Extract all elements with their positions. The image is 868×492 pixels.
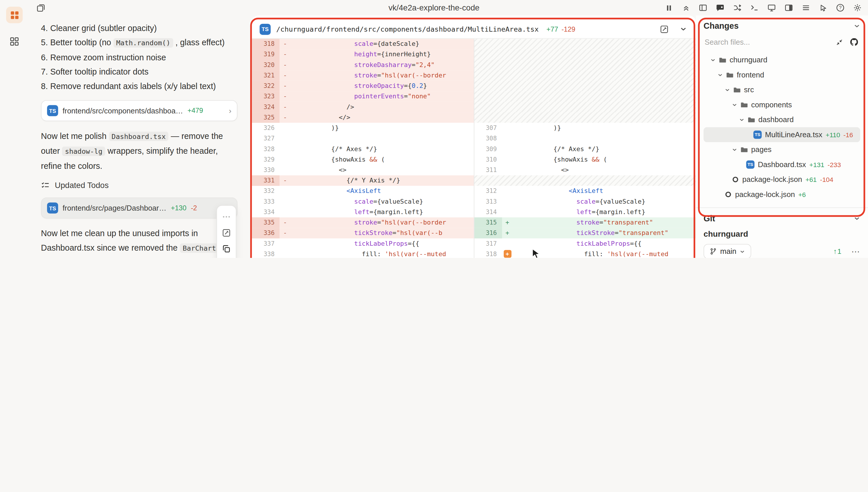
diff-code-row[interactable]: 318- scale={dateScale} <box>252 39 474 49</box>
collapse-up-icon[interactable] <box>681 3 690 13</box>
diff-code-row[interactable]: 324- /> <box>252 102 474 112</box>
tree-label: churnguard <box>729 56 767 65</box>
menu-icon[interactable] <box>801 3 811 13</box>
diff-code-row[interactable]: 318+ fill: 'hsl(var(--muted <box>474 249 696 258</box>
help-icon[interactable]: ? <box>835 3 845 13</box>
search-input[interactable] <box>705 38 834 46</box>
diff-column-new: 307 )}308309 {/* Axes */}310 {showAxis &… <box>473 39 696 258</box>
collapse-tree-icon[interactable] <box>834 37 844 47</box>
diff-sign <box>502 133 513 144</box>
ahead-count[interactable]: ↑1 <box>833 247 841 255</box>
code-text: {/* Axes */} <box>290 144 473 154</box>
tree-file-row[interactable]: package-lock.json+61-104 <box>704 172 861 187</box>
changes-section: Changes churnguardfrontendsrccomponentsd… <box>696 16 868 207</box>
folder-icon <box>734 86 741 93</box>
diff-code-row[interactable]: 319- height={innerHeight} <box>252 49 474 60</box>
diff-code-row[interactable]: 323- pointerEvents="none" <box>252 91 474 102</box>
diff-sign <box>502 123 513 133</box>
tree-folder-row[interactable]: dashboard <box>704 112 861 127</box>
tree-file-row[interactable]: TSMultiLineArea.tsx+110-16 <box>704 127 861 142</box>
settings-gear-icon[interactable] <box>852 3 862 13</box>
copy-icon[interactable] <box>218 241 235 256</box>
tree-folder-row[interactable]: pages <box>704 142 861 157</box>
diff-body: 318- scale={dateScale}319- height={inner… <box>252 39 696 258</box>
drag-handle-icon[interactable] <box>218 208 235 224</box>
diff-code-row[interactable]: 338 fill: 'hsl(var(--muted <box>252 249 474 258</box>
diff-code-row[interactable]: 333 scale={valueScale} <box>252 196 474 207</box>
folder-icon <box>741 101 748 108</box>
branch-selector[interactable]: main <box>704 244 751 258</box>
chevron-down-icon[interactable] <box>853 215 860 222</box>
diff-code-row[interactable]: 308 <box>474 133 696 144</box>
diff-code-row[interactable]: 328 {/* Axes */} <box>252 144 474 154</box>
svg-text:?: ? <box>839 5 842 10</box>
tree-file-row[interactable]: package-lock.json+6 <box>704 187 861 202</box>
line-number: 307 <box>474 123 502 133</box>
panels-stack-icon[interactable] <box>36 3 45 13</box>
terminal-icon[interactable] <box>750 3 759 13</box>
chevron-down-icon[interactable] <box>853 22 860 29</box>
tree-label: frontend <box>737 71 764 79</box>
panel-right-icon[interactable] <box>784 3 794 13</box>
diff-code-row[interactable]: 325- </> <box>252 112 474 123</box>
diff-code-row[interactable]: 313 scale={valueScale} <box>474 196 696 207</box>
diff-code-row[interactable]: 314 left={margin.left} <box>474 207 696 217</box>
diff-code-row[interactable]: 336- tickStroke="hsl(var(--b <box>252 228 474 239</box>
updated-todos-row[interactable]: Updated Todos <box>41 181 237 190</box>
diff-code-row[interactable]: 310 {showAxis && ( <box>474 154 696 165</box>
diff-code-row[interactable]: 334 left={margin.left} <box>252 207 474 217</box>
code-text: fill: 'hsl(var(--muted <box>513 249 696 258</box>
tree-folder-row[interactable]: src <box>704 82 861 97</box>
diff-code-row[interactable]: 335- stroke="hsl(var(--border <box>252 217 474 228</box>
file-diff-chip[interactable]: TS frontend/src/pages/Dashboar… +130 -2 <box>41 198 237 218</box>
tree-folder-row[interactable]: components <box>704 97 861 112</box>
diff-code-row[interactable]: 321- stroke="hsl(var(--border <box>252 70 474 81</box>
workspace-active-button[interactable] <box>6 7 23 23</box>
diff-code-row[interactable]: 330 <> <box>252 165 474 175</box>
diff-sign: - <box>280 217 290 228</box>
diff-code-row[interactable]: 307 )} <box>474 123 696 133</box>
chevron-down-icon <box>732 102 737 107</box>
ts-file-icon: TS <box>47 202 58 214</box>
chat-bubble-icon[interactable] <box>715 3 725 13</box>
share-cursor-icon[interactable] <box>818 3 828 13</box>
code-text: tickStroke="hsl(var(--b <box>290 228 473 239</box>
diff-code-row[interactable]: 311 <> <box>474 165 696 175</box>
diff-code-row[interactable]: 326 )} <box>252 123 474 133</box>
list-item: 7. Softer tooltip indicator dots <box>41 65 237 79</box>
changes-tree: churnguardfrontendsrccomponentsdashboard… <box>704 52 861 202</box>
diff-code-row[interactable]: 312 <AxisLeft <box>474 186 696 196</box>
play-icon[interactable] <box>218 257 235 258</box>
code-text: stroke="hsl(var(--border <box>290 217 473 228</box>
diff-code-row[interactable]: 317 tickLabelProps={{ <box>474 239 696 249</box>
more-options-icon[interactable]: ⋯ <box>851 246 861 256</box>
diff-code-row[interactable]: 322- strokeOpacity={0.2} <box>252 81 474 91</box>
diff-gap-row <box>474 175 696 186</box>
github-tree-icon[interactable] <box>849 37 859 47</box>
add-comment-button[interactable]: + <box>503 250 511 258</box>
tree-folder-row[interactable]: frontend <box>704 68 861 82</box>
grid-view-button[interactable] <box>6 33 23 50</box>
list-item: 8. Remove redundant axis labels (x/y lab… <box>41 79 237 94</box>
tree-file-row[interactable]: TSDashboard.tsx+131-233 <box>704 157 861 172</box>
panel-left-icon[interactable] <box>698 3 708 13</box>
line-number: 320 <box>252 60 280 70</box>
diff-code-row[interactable]: 309 {/* Axes */} <box>474 144 696 154</box>
git-compare-icon[interactable] <box>732 3 742 13</box>
monitor-icon[interactable] <box>767 3 777 13</box>
chevron-down-icon[interactable] <box>678 24 688 34</box>
file-diff-chip[interactable]: TS frontend/src/components/dashboa… +479… <box>41 100 237 121</box>
diff-code-row[interactable]: 331- {/* Y Axis */} <box>252 175 474 186</box>
diff-code-row[interactable]: 316+ tickStroke="transparent" <box>474 228 696 239</box>
tree-folder-row[interactable]: churnguard <box>704 52 861 67</box>
diff-code-row[interactable]: 327 <box>252 133 474 144</box>
diff-code-row[interactable]: 315+ stroke="transparent" <box>474 217 696 228</box>
diff-code-row[interactable]: 320- strokeDasharray="2,4" <box>252 60 474 70</box>
diff-code-row[interactable]: 337 tickLabelProps={{ <box>252 239 474 249</box>
diff-code-row[interactable]: 332 <AxisLeft <box>252 186 474 196</box>
pause-icon[interactable] <box>664 3 674 13</box>
diff-code-row[interactable]: 329 {showAxis && ( <box>252 154 474 165</box>
edit-diff-icon[interactable] <box>659 24 669 34</box>
edit-icon[interactable] <box>218 224 235 241</box>
diff-column-old: 318- scale={dateScale}319- height={inner… <box>252 39 474 258</box>
